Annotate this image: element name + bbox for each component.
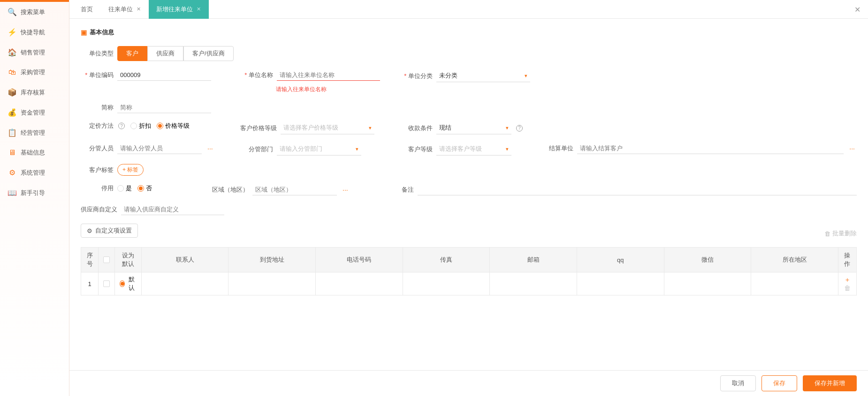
row-checkbox[interactable]: [103, 280, 110, 287]
finance-icon: 💰: [8, 108, 17, 117]
unit-category-select[interactable]: 未分类 ▾: [436, 70, 530, 82]
sidebar-item-system[interactable]: ⚙ 系统管理: [0, 163, 69, 183]
default-radio-item[interactable]: 默认: [120, 275, 137, 292]
delete-row-button[interactable]: 🗑: [844, 284, 851, 292]
department-select[interactable]: 请输入分管部门 ▾: [277, 143, 361, 155]
notes-input[interactable]: [418, 184, 857, 195]
tags-group: 客户标签 + 标签: [81, 164, 857, 176]
manager-ellipsis[interactable]: ···: [206, 145, 215, 152]
col-checkbox: [99, 248, 115, 272]
cell-address[interactable]: [228, 272, 316, 295]
region-input[interactable]: [252, 184, 337, 195]
batch-delete-button[interactable]: 🗑 批量删除: [824, 229, 857, 238]
wechat-input[interactable]: [669, 279, 746, 289]
region-label: 区域（地区）: [212, 186, 249, 194]
col-address: 到货地址: [228, 248, 316, 272]
sidebar-item-operations[interactable]: 📋 经营管理: [0, 123, 69, 143]
cancel-button[interactable]: 取消: [720, 375, 756, 391]
type-btn-supplier[interactable]: 供应商: [147, 46, 183, 61]
unit-name-input[interactable]: [277, 70, 380, 81]
department-label: 分管部门: [240, 145, 273, 154]
level-arrow: ▾: [506, 146, 509, 152]
disabled-no-radio[interactable]: 否: [137, 184, 152, 193]
section-icon: ▣: [81, 29, 87, 36]
pricing-level-radio[interactable]: 价格等级: [157, 122, 190, 130]
payment-terms-select[interactable]: 现结 ▾: [436, 122, 511, 134]
tab-home[interactable]: 首页: [73, 0, 101, 19]
default-radio-inner: [121, 282, 124, 286]
disabled-region-row: 停用 是 否 区域（地区） ···: [81, 184, 857, 195]
col-contact: 联系人: [141, 248, 228, 272]
save-and-new-button[interactable]: 保存并新增: [803, 375, 857, 391]
phone-input[interactable]: [320, 279, 398, 289]
sidebar-item-inventory[interactable]: 📦 库存核算: [0, 82, 69, 102]
cell-checkbox[interactable]: [99, 272, 115, 295]
sidebar-item-purchase[interactable]: 🛍 采购管理: [0, 62, 69, 82]
custom-settings-button[interactable]: ⚙ 自定义项设置: [81, 224, 138, 238]
disabled-radio-group: 是 否: [117, 184, 152, 193]
qq-input[interactable]: [582, 279, 659, 289]
col-wechat: 微信: [664, 248, 751, 272]
manager-input[interactable]: [117, 143, 202, 154]
settlement-ellipsis[interactable]: ···: [847, 145, 857, 152]
unit-type-group: 单位类型 客户 供应商 客户/供应商: [81, 46, 857, 61]
sidebar-item-basic-info[interactable]: 🖥 基础信息: [0, 143, 69, 163]
tab-new-partner[interactable]: 新增往来单位 ✕: [149, 0, 209, 19]
cell-region[interactable]: [751, 272, 838, 295]
cell-fax[interactable]: [403, 272, 490, 295]
customer-level-select[interactable]: 请选择客户等级 ▾: [436, 143, 511, 155]
contact-input[interactable]: [146, 279, 224, 289]
add-row-button[interactable]: ＋: [844, 276, 851, 283]
tab-close-partner-list[interactable]: ✕: [137, 6, 141, 12]
address-input[interactable]: [233, 279, 311, 289]
payment-help-icon[interactable]: ?: [516, 125, 523, 132]
level-radio-outer: [157, 123, 163, 129]
window-close-button[interactable]: ✕: [854, 5, 860, 14]
short-name-input[interactable]: [117, 102, 211, 113]
cell-action: ＋ 🗑: [838, 272, 856, 295]
tags-label: 客户标签: [81, 166, 114, 174]
cell-email[interactable]: [490, 272, 577, 295]
code-name-category-row: 单位编码 单位名称 请输入往来单位名称 单位分类 未分类 ▾: [81, 70, 857, 93]
short-name-label: 简称: [81, 103, 114, 112]
region-ellipsis[interactable]: ···: [341, 186, 350, 194]
fax-input[interactable]: [408, 279, 485, 289]
add-tag-button[interactable]: + 标签: [117, 164, 144, 176]
cell-qq[interactable]: [577, 272, 664, 295]
row-region-input[interactable]: [756, 279, 833, 289]
tab-partner-list[interactable]: 往来单位 ✕: [101, 0, 149, 19]
cell-seq: 1: [81, 272, 99, 295]
tab-bar: 首页 往来单位 ✕ 新增往来单位 ✕ ✕: [69, 0, 868, 19]
sidebar-item-quick-nav[interactable]: ⚡ 快捷导航: [0, 22, 69, 42]
supplier-custom-group: 供应商自定义: [81, 204, 268, 215]
col-action: 操作: [838, 248, 856, 272]
col-region: 所在地区: [751, 248, 838, 272]
settlement-unit-label: 结算单位: [541, 144, 573, 153]
settlement-unit-input[interactable]: [577, 143, 844, 154]
supplier-custom-input[interactable]: [121, 204, 224, 215]
cell-phone[interactable]: [316, 272, 403, 295]
pricing-discount-radio[interactable]: 折扣: [130, 122, 151, 130]
type-btn-both[interactable]: 客户/供应商: [183, 46, 234, 61]
header-checkbox[interactable]: [103, 256, 110, 263]
sidebar: 🔍 搜索菜单 ⚡ 快捷导航 🏠 销售管理 🛍 采购管理 📦 库存核算 💰 资金管…: [0, 0, 69, 396]
sidebar-item-finance[interactable]: 💰 资金管理: [0, 102, 69, 123]
save-button[interactable]: 保存: [761, 375, 797, 391]
tab-close-new-partner[interactable]: ✕: [197, 6, 201, 12]
cell-contact[interactable]: [141, 272, 228, 295]
cell-wechat[interactable]: [664, 272, 751, 295]
unit-code-input[interactable]: [117, 70, 211, 81]
notes-label: 备注: [381, 186, 414, 194]
sidebar-item-guide[interactable]: 📖 新手引导: [0, 183, 69, 203]
email-input[interactable]: [495, 279, 572, 289]
customer-price-level-select[interactable]: 请选择客户价格等级 ▾: [281, 122, 374, 134]
disabled-yes-radio[interactable]: 是: [117, 184, 132, 193]
type-btn-customer[interactable]: 客户: [117, 46, 147, 61]
pricing-help-icon[interactable]: ?: [118, 123, 125, 129]
unit-category-value: 未分类: [439, 71, 523, 80]
search-icon: 🔍: [8, 8, 17, 16]
sidebar-item-sales[interactable]: 🏠 销售管理: [0, 42, 69, 62]
sidebar-item-search[interactable]: 🔍 搜索菜单: [0, 2, 69, 22]
customer-level-placeholder: 请选择客户等级: [439, 145, 504, 153]
level-radio-inner: [158, 124, 162, 128]
